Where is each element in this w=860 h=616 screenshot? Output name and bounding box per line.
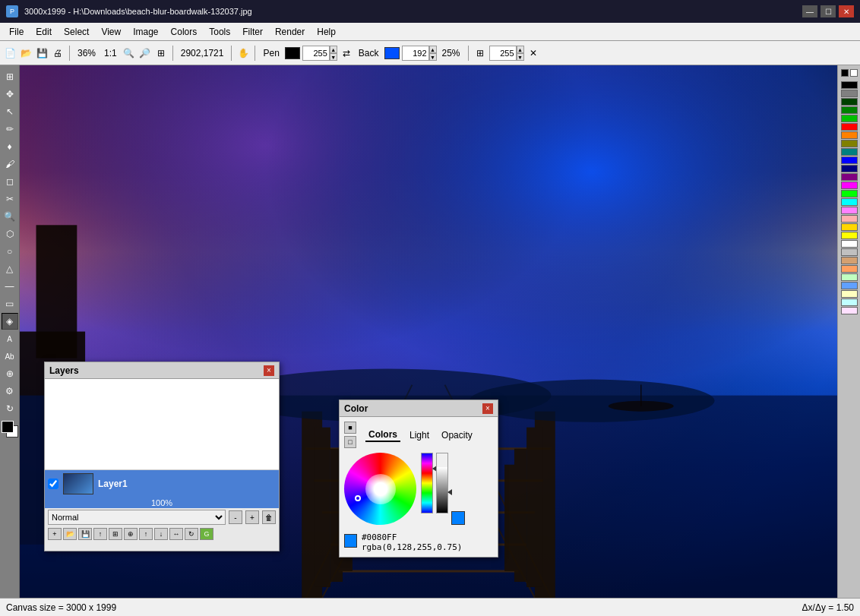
layer-visibility[interactable]: [48, 479, 58, 489]
menu-image[interactable]: Image: [127, 25, 164, 39]
tool-pencil[interactable]: ✏: [2, 121, 18, 137]
palette-swatch-red[interactable]: [841, 123, 858, 131]
extra-action-icon[interactable]: ✕: [526, 46, 540, 60]
palette-swatch-olive[interactable]: [841, 140, 858, 147]
color-dialog-close-button[interactable]: ×: [482, 403, 493, 414]
tool-scissors[interactable]: ✂: [2, 191, 18, 207]
palette-swatch-silver[interactable]: [841, 248, 858, 256]
save-icon[interactable]: 💾: [35, 46, 49, 60]
canvas-area[interactable]: Layers × Layer1 100% Normal Multiply: [20, 65, 837, 598]
layer-save-btn[interactable]: 💾: [78, 528, 92, 540]
tool-fill[interactable]: ⊕: [2, 365, 18, 382]
extra-down[interactable]: ▼: [517, 53, 524, 61]
palette-swatch-lightyellow[interactable]: [841, 290, 858, 298]
palette-swatch-cyan[interactable]: [841, 198, 858, 206]
color-tab-opacity[interactable]: Opacity: [438, 429, 476, 441]
layer-bg-btn[interactable]: G: [200, 528, 213, 540]
layer-zoom-in-btn[interactable]: +: [245, 510, 259, 524]
fore-up[interactable]: ▲: [330, 46, 337, 53]
tool-text-bg[interactable]: Ab: [2, 348, 18, 365]
palette-header-icon2[interactable]: [850, 69, 858, 77]
tool-polygon[interactable]: ⬡: [2, 226, 18, 242]
layers-close-button[interactable]: ×: [264, 365, 274, 376]
open-icon[interactable]: 📂: [19, 46, 33, 60]
menu-tools[interactable]: Tools: [203, 25, 236, 39]
tool-select-rect[interactable]: ⊞: [2, 68, 18, 85]
menu-render[interactable]: Render: [269, 25, 311, 39]
hue-slider-track[interactable]: [421, 453, 433, 513]
layer-move-up-btn[interactable]: ↑: [139, 528, 153, 540]
color-wheel[interactable]: [344, 453, 416, 525]
menu-filter[interactable]: Filter: [236, 25, 269, 39]
layer-mode-select[interactable]: Normal Multiply Screen Overlay: [48, 510, 226, 525]
palette-swatch-orange[interactable]: [841, 131, 858, 139]
print-icon[interactable]: 🖨: [51, 46, 65, 60]
layer-copy-btn[interactable]: ⊞: [109, 528, 122, 540]
color-tab-light[interactable]: Light: [406, 429, 432, 441]
palette-swatch-purple[interactable]: [841, 173, 858, 181]
tool-line[interactable]: —: [2, 278, 18, 295]
new-icon[interactable]: 📄: [3, 46, 17, 60]
tool-eraser[interactable]: ◻: [2, 173, 18, 190]
preview-swatch[interactable]: [344, 534, 357, 548]
layer-row[interactable]: Layer1: [45, 470, 279, 498]
tool-fg-color[interactable]: [2, 421, 14, 433]
palette-swatch-brightgreen[interactable]: [841, 115, 858, 122]
layer-zoom-out-btn[interactable]: -: [229, 510, 242, 524]
fore-swap-icon[interactable]: ⇄: [340, 46, 353, 60]
palette-swatch-teal[interactable]: [841, 148, 858, 156]
color-dialog-title-bar[interactable]: Color ×: [340, 400, 498, 417]
extra-spinbox[interactable]: ▲ ▼: [489, 46, 524, 61]
palette-swatch-yellow[interactable]: [841, 232, 858, 239]
palette-swatch-lavender[interactable]: [841, 307, 858, 314]
layer-rotate-btn[interactable]: ↻: [185, 528, 198, 540]
zoom-in-icon[interactable]: 🔍: [122, 46, 136, 60]
minimize-button[interactable]: —: [802, 5, 817, 17]
extra-up[interactable]: ▲: [517, 46, 524, 53]
menu-select[interactable]: Select: [58, 25, 95, 39]
color-fg-icon[interactable]: ■: [344, 422, 356, 434]
layer-delete-btn[interactable]: 🗑: [262, 510, 276, 524]
tool-text[interactable]: A: [2, 330, 18, 347]
tool-move[interactable]: ✥: [2, 86, 18, 103]
back-spinbox[interactable]: ▲ ▼: [402, 46, 437, 61]
tool-triangle[interactable]: △: [2, 261, 18, 277]
tool-fx[interactable]: ⚙: [2, 383, 18, 400]
tool-clone[interactable]: ♦: [2, 138, 18, 155]
extra-icon[interactable]: ⊞: [473, 46, 487, 60]
palette-swatch-magenta[interactable]: [841, 182, 858, 189]
layer-open-btn[interactable]: 📂: [63, 528, 77, 540]
palette-header-icon[interactable]: [841, 69, 849, 77]
palette-swatch-pink[interactable]: [841, 207, 858, 214]
opacity-slider-track[interactable]: [436, 453, 448, 513]
maximize-button[interactable]: ☐: [820, 5, 836, 17]
back-input[interactable]: [402, 46, 429, 61]
palette-swatch-blue[interactable]: [841, 156, 858, 164]
palette-swatch-mintgreen[interactable]: [841, 273, 858, 281]
menu-help[interactable]: Help: [311, 25, 342, 39]
palette-swatch-gold[interactable]: [841, 223, 858, 231]
menu-view[interactable]: View: [95, 25, 127, 39]
palette-swatch-lightpink[interactable]: [841, 215, 858, 223]
tool-ellipse[interactable]: ○: [2, 243, 18, 260]
palette-swatch-navy[interactable]: [841, 165, 858, 172]
current-color-swatch[interactable]: [451, 511, 465, 525]
tool-zoom[interactable]: 🔍: [2, 208, 18, 225]
hand-icon[interactable]: ✋: [236, 46, 250, 60]
zoom-reset-icon[interactable]: ⊞: [154, 46, 168, 60]
palette-swatch-green[interactable]: [841, 106, 858, 114]
back-up[interactable]: ▲: [429, 46, 437, 53]
layer-merge-btn[interactable]: ⊕: [124, 528, 138, 540]
palette-swatch-peach[interactable]: [841, 265, 858, 273]
extra-input[interactable]: [489, 46, 517, 61]
fore-spinbox[interactable]: ▲ ▼: [302, 46, 337, 61]
tool-lasso[interactable]: ↖: [2, 103, 18, 120]
zoom-out-icon[interactable]: 🔎: [138, 46, 152, 60]
palette-swatch-gray[interactable]: [841, 90, 858, 97]
layers-title-bar[interactable]: Layers ×: [45, 362, 279, 379]
tool-brush[interactable]: 🖌: [2, 156, 18, 172]
palette-swatch-lime[interactable]: [841, 190, 858, 197]
palette-swatch-black[interactable]: [841, 81, 858, 89]
back-down[interactable]: ▼: [429, 53, 437, 61]
layer-move-down-btn[interactable]: ↓: [154, 528, 168, 540]
